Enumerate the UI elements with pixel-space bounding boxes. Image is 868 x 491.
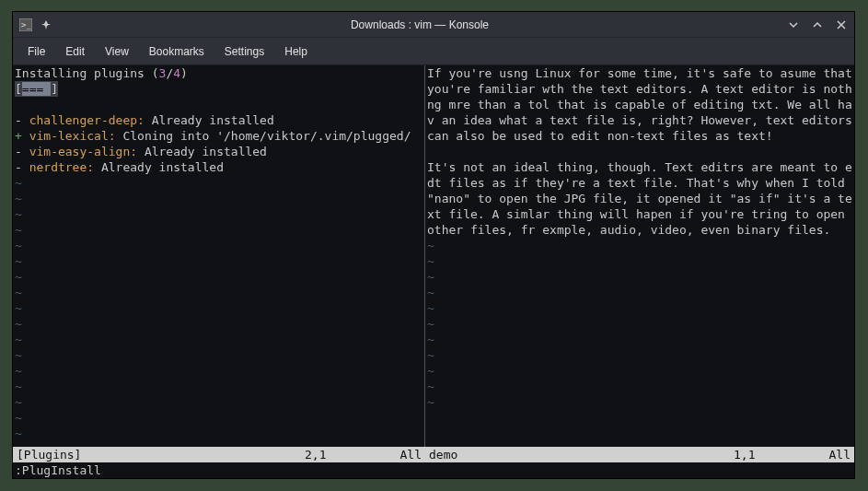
plugin-status: Already installed <box>145 113 274 127</box>
status-left-name: [Plugins] <box>17 447 81 462</box>
plugin-status: Already installed <box>94 160 224 174</box>
vim-cmdline[interactable]: :PlugInstall <box>13 462 854 478</box>
status-right-pos: 1,1 <box>734 447 828 462</box>
status-right-name: demo <box>429 447 457 462</box>
plugin-marker: - <box>15 160 22 174</box>
vim-tilde: ~ <box>15 207 22 221</box>
plugin-name: vim-easy-align <box>29 145 131 158</box>
vim-tilde: ~ <box>427 301 434 315</box>
vim-tilde: ~ <box>15 286 22 299</box>
vim-statusline: [Plugins] 2,1 All demo 1,1 All <box>13 447 854 462</box>
maximize-button[interactable] <box>810 18 825 32</box>
plugin-name: vim-lexical <box>29 129 109 143</box>
menu-view[interactable]: View <box>96 41 138 62</box>
plugin-status: Already installed <box>137 145 267 158</box>
vim-tilde: ~ <box>15 176 22 190</box>
plugin-marker: - <box>15 113 22 127</box>
status-right-pct: All <box>829 447 851 462</box>
plugin-status: Cloning into '/home/viktor/.vim/plugged/ <box>116 129 411 143</box>
vim-tilde: ~ <box>427 286 434 299</box>
window-title: Downloads : vim — Konsole <box>53 18 786 31</box>
vim-tilde: ~ <box>427 380 434 393</box>
vim-tilde: ~ <box>427 364 434 378</box>
vim-tilde: ~ <box>427 395 434 409</box>
plugin-name: challenger-deep <box>29 113 137 127</box>
vim-tilde: ~ <box>15 270 22 284</box>
plugin-marker: + <box>15 129 22 143</box>
minimize-button[interactable] <box>786 18 801 32</box>
vim-tilde: ~ <box>15 317 22 331</box>
vim-tilde: ~ <box>15 192 22 205</box>
pin-icon[interactable] <box>39 18 53 32</box>
vim-tilde: ~ <box>15 239 22 252</box>
vim-tilde: ~ <box>427 348 434 362</box>
vim-tilde: ~ <box>15 348 22 362</box>
vim-tilde: ~ <box>15 380 22 393</box>
vim-tilde: ~ <box>427 333 434 346</box>
status-left-pct: All <box>400 447 422 462</box>
vim-tilde: ~ <box>427 317 434 331</box>
vim-tilde: ~ <box>15 427 22 440</box>
status-left-pos: 2,1 <box>305 447 399 462</box>
demo-paragraph-2: It's not an ideal thing, though. Text ed… <box>427 160 852 237</box>
vim-tilde: ~ <box>15 301 22 315</box>
vim-tilde: ~ <box>15 333 22 346</box>
konsole-window: >_ Downloads : vim — Konsole File Edit V… <box>12 11 855 479</box>
vim-tilde: ~ <box>15 364 22 378</box>
vim-tilde: ~ <box>427 270 434 284</box>
install-header-suffix: ) <box>180 66 188 80</box>
vim-tilde: ~ <box>427 254 434 268</box>
install-header-prefix: Installing plugins ( <box>15 66 159 80</box>
demo-paragraph-1: If you're usng Linux for some time, it's… <box>427 66 854 143</box>
terminal-icon: >_ <box>18 18 33 32</box>
vim-tilde: ~ <box>15 411 22 425</box>
editor-area: Installing plugins (3/4) [=== ] - challe… <box>13 65 854 478</box>
menu-settings[interactable]: Settings <box>215 41 273 62</box>
progress-fill: === <box>22 82 51 96</box>
plugin-marker: - <box>15 145 22 158</box>
vim-tilde: ~ <box>15 223 22 237</box>
menu-edit[interactable]: Edit <box>56 41 94 62</box>
svg-text:>_: >_ <box>21 20 31 29</box>
menu-file[interactable]: File <box>18 41 54 62</box>
plugin-name: nerdtree <box>29 160 87 174</box>
install-header-total: 4 <box>173 66 180 80</box>
progress-bar: [=== ] <box>15 81 58 97</box>
vim-right-pane[interactable]: If you're usng Linux for some time, it's… <box>425 65 854 447</box>
vim-tilde: ~ <box>15 254 22 268</box>
menubar: File Edit View Bookmarks Settings Help <box>13 38 854 65</box>
vim-tilde: ~ <box>427 239 434 252</box>
menu-bookmarks[interactable]: Bookmarks <box>140 41 214 62</box>
vim-left-pane[interactable]: Installing plugins (3/4) [=== ] - challe… <box>13 65 425 447</box>
close-button[interactable] <box>834 18 849 32</box>
titlebar[interactable]: >_ Downloads : vim — Konsole <box>13 12 854 38</box>
menu-help[interactable]: Help <box>275 41 317 62</box>
vim-tilde: ~ <box>15 395 22 409</box>
